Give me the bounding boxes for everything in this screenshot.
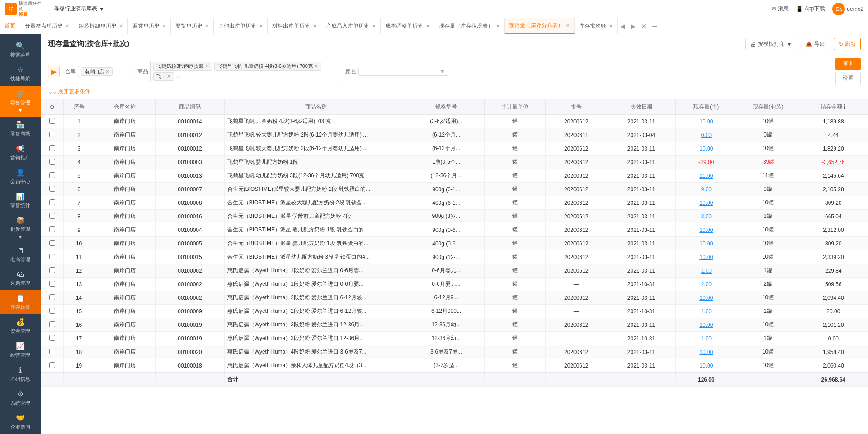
tab-close-icon[interactable]: ✕ xyxy=(205,24,209,28)
cell-check[interactable] xyxy=(41,345,64,359)
tab-split[interactable]: 分量盘点单历史 ✕ xyxy=(20,18,74,34)
sidebar-item-system[interactable]: ⚙ 系统管理 xyxy=(0,386,41,410)
row-checkbox[interactable] xyxy=(49,172,55,178)
product-tag-2[interactable]: 飞鹤星飞帆 儿童奶粉 4段(3-6岁适用) 700克 ✕ xyxy=(214,62,321,71)
row-checkbox[interactable] xyxy=(49,186,55,192)
tab-close-all-btn[interactable]: ✕ xyxy=(638,18,649,34)
row-checkbox[interactable] xyxy=(49,321,55,327)
sidebar-item-ecommerce[interactable]: 🖥 电商管理 xyxy=(0,243,41,267)
cell-stock-main[interactable]: 10.00 xyxy=(676,318,737,332)
cell-check[interactable] xyxy=(41,223,64,237)
row-checkbox[interactable] xyxy=(49,159,55,165)
sidebar-item-inventory[interactable]: 📋 库存核算 xyxy=(0,290,41,314)
cell-stock-main[interactable]: 10.00 xyxy=(676,223,737,237)
cell-check[interactable] xyxy=(41,359,64,373)
product-tag-3-close[interactable]: ✕ xyxy=(167,74,171,80)
row-checkbox[interactable] xyxy=(49,226,55,232)
cell-stock-main[interactable]: 10.00 xyxy=(676,359,737,373)
row-checkbox[interactable] xyxy=(49,145,55,151)
tab-product-in[interactable]: 产成品入库单历史 ✕ xyxy=(321,18,381,34)
app-download-btn[interactable]: 📱 App下载 xyxy=(796,5,825,13)
tab-material-out[interactable]: 材料出库单历史 ✕ xyxy=(268,18,321,34)
cell-check[interactable] xyxy=(41,210,64,223)
cell-check[interactable] xyxy=(41,196,64,210)
tab-menu-btn[interactable]: ☰ xyxy=(649,18,660,34)
cell-stock-main[interactable]: 10.00 xyxy=(676,345,737,359)
tab-close-icon[interactable]: ✕ xyxy=(496,24,500,28)
print-btn[interactable]: 🖨 按模板打印 ▼ xyxy=(745,38,797,50)
cell-check[interactable] xyxy=(41,169,64,183)
cell-stock-main[interactable]: 1.00 xyxy=(676,305,737,318)
export-btn[interactable]: 📤 导出 xyxy=(801,38,830,50)
row-checkbox[interactable] xyxy=(49,281,55,287)
refresh-btn[interactable]: ↻ 刷新 xyxy=(834,38,861,50)
sidebar-item-operation[interactable]: 📈 经营管理 xyxy=(0,338,41,362)
search-button[interactable]: 查询 xyxy=(835,58,861,70)
expand-conditions-btn[interactable]: ⌄⌄ 展开更多条件 xyxy=(48,88,861,95)
row-checkbox[interactable] xyxy=(49,132,55,137)
row-checkbox[interactable] xyxy=(49,362,55,368)
cell-check[interactable] xyxy=(41,142,64,156)
sidebar-item-member[interactable]: 👤 会员中心 xyxy=(0,165,41,189)
row-checkbox[interactable] xyxy=(49,267,55,273)
sidebar-item-shortcut[interactable]: ☆ 快捷导航 xyxy=(0,62,41,86)
cell-check[interactable] xyxy=(41,305,64,318)
tab-disassemble[interactable]: 组装拆卸单历史 ✕ xyxy=(74,18,128,34)
warehouse-tag-container[interactable]: 南岸门店 ✕ xyxy=(78,66,132,77)
workspace-select[interactable]: 母婴行业演示库表 ▼ xyxy=(50,4,108,14)
tab-prev-btn[interactable]: ◀ xyxy=(618,18,628,34)
row-checkbox[interactable] xyxy=(49,335,55,341)
tab-close-icon[interactable]: ✕ xyxy=(66,24,69,28)
cell-check[interactable] xyxy=(41,183,64,196)
tab-stock-status[interactable]: 现存量（库存状况表） ✕ xyxy=(434,18,505,34)
sidebar-item-finance[interactable]: 💰 资金管理 xyxy=(0,314,41,338)
tab-close-icon[interactable]: ✕ xyxy=(313,24,316,28)
row-checkbox[interactable] xyxy=(49,240,55,246)
cell-stock-main[interactable]: -39.00 xyxy=(676,156,737,169)
settings-button[interactable]: 设置 xyxy=(835,72,861,85)
sidebar-item-marketing[interactable]: 📢 营销推广 xyxy=(0,141,41,165)
cell-check[interactable] xyxy=(41,237,64,250)
cell-stock-main[interactable]: 10.00 xyxy=(676,115,737,128)
tab-stock-dist[interactable]: 现存量（库存分布表） ✕ xyxy=(505,18,575,34)
tab-close-icon[interactable]: ✕ xyxy=(119,24,123,28)
tab-close-icon[interactable]: ✕ xyxy=(609,24,613,28)
sidebar-item-retail[interactable]: 🛒 零售管理 ▼ xyxy=(0,86,41,117)
row-checkbox[interactable] xyxy=(49,199,55,205)
product-tag-3[interactable]: 飞... ✕ xyxy=(153,72,174,81)
sidebar-item-wholesale[interactable]: 📦 批发管理 ▼ xyxy=(0,212,41,243)
row-checkbox[interactable] xyxy=(49,118,55,124)
row-checkbox[interactable] xyxy=(49,349,55,354)
cell-stock-main[interactable]: 10.00 xyxy=(676,250,737,264)
cell-check[interactable] xyxy=(41,278,64,291)
cell-check[interactable] xyxy=(41,156,64,169)
warehouse-tag-close[interactable]: ✕ xyxy=(105,69,109,75)
cell-stock-main[interactable]: 0.00 xyxy=(676,128,737,142)
cell-check[interactable] xyxy=(41,332,64,345)
row-checkbox[interactable] xyxy=(49,294,55,300)
cell-check[interactable] xyxy=(41,128,64,142)
cell-stock-main[interactable]: 1.00 xyxy=(676,264,737,278)
tab-cost-adjust[interactable]: 成本调整单历史 ✕ xyxy=(381,18,434,34)
row-checkbox[interactable] xyxy=(49,308,55,314)
tab-home[interactable]: 首页 xyxy=(0,18,20,34)
cell-stock-main[interactable]: 10.00 xyxy=(676,237,737,250)
cell-check[interactable] xyxy=(41,318,64,332)
tab-close-icon[interactable]: ✕ xyxy=(259,24,263,28)
cell-stock-main[interactable]: 11.00 xyxy=(676,169,737,183)
warehouse-tag[interactable]: 南岸门店 ✕ xyxy=(81,67,113,76)
color-tag-container[interactable]: ▼ xyxy=(358,67,448,76)
cell-stock-main[interactable]: 2.00 xyxy=(676,278,737,291)
cell-check[interactable] xyxy=(41,291,64,305)
cell-check[interactable] xyxy=(41,264,64,278)
tab-close-icon[interactable]: ✕ xyxy=(426,24,429,28)
cell-stock-main[interactable]: 10.00 xyxy=(676,142,737,156)
cell-check[interactable] xyxy=(41,115,64,128)
row-checkbox[interactable] xyxy=(49,213,55,219)
product-tag-container[interactable]: 飞鹤奶粉3段丙厚提装 ✕ 飞鹤星飞帆 儿童奶粉 4段(3-6岁适用) 700克 … xyxy=(150,61,340,82)
sidebar-item-retail-stats[interactable]: 📊 零售统计 xyxy=(0,189,41,212)
product-tag-2-close[interactable]: ✕ xyxy=(314,63,318,69)
tab-close-icon[interactable]: ✕ xyxy=(566,23,570,28)
product-tag-1-close[interactable]: ✕ xyxy=(205,63,209,69)
tab-requisition[interactable]: 要货单历史 ✕ xyxy=(171,18,214,34)
